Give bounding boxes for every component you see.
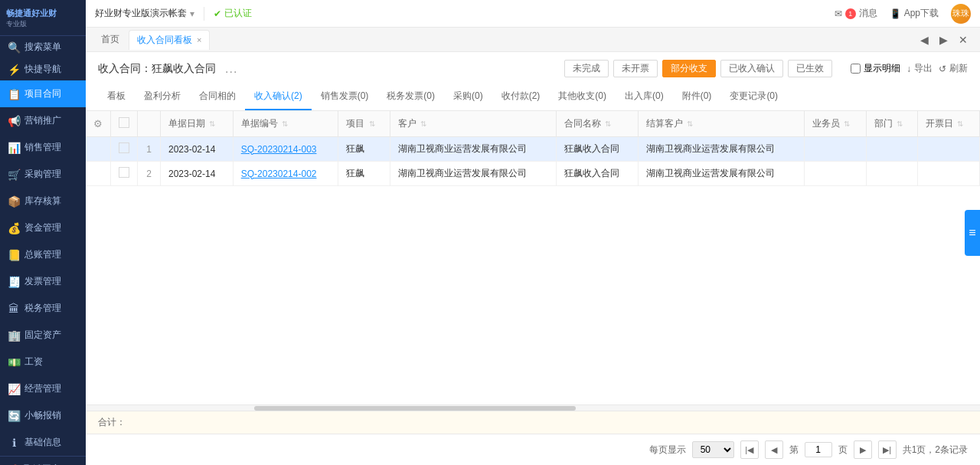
page-title: 收入合同：狂飙收入合同 xyxy=(98,62,216,76)
tab-prev-button[interactable]: ◀ xyxy=(917,34,932,46)
sidebar-item-label: 经营管理 xyxy=(24,382,61,395)
sidebar-item-ledger[interactable]: 📒 总账管理 xyxy=(0,241,86,268)
last-page-button[interactable]: ▶| xyxy=(878,440,897,459)
next-page-button[interactable]: ▶ xyxy=(854,440,872,459)
sidebar-item-tax[interactable]: 🏛 税务管理 xyxy=(0,295,86,322)
export-button[interactable]: ↓ 导出 xyxy=(906,62,933,75)
sidebar-item-sales[interactable]: 📊 销售管理 xyxy=(0,134,86,161)
col-check[interactable] xyxy=(111,111,138,137)
table-row[interactable]: 2 2023-02-14 SQ-20230214-002 狂飙 湖南卫视商业运营… xyxy=(86,162,980,186)
more-button[interactable]: ... xyxy=(225,62,237,76)
show-detail-input[interactable] xyxy=(851,64,861,74)
tab-change-records[interactable]: 变更记录(0) xyxy=(720,84,787,110)
tab-income-contract[interactable]: 收入合同看板 × xyxy=(129,30,210,50)
sidebar-unpin-button[interactable]: 📌 取消固定 xyxy=(0,456,86,465)
page-input[interactable] xyxy=(805,442,832,457)
user-avatar[interactable]: 珠珠 xyxy=(951,4,971,24)
tab-income-confirm[interactable]: 收入确认(2) xyxy=(245,84,312,110)
export-label: 导出 xyxy=(914,62,933,75)
cell-check[interactable] xyxy=(111,162,138,186)
col-department[interactable]: 部门 ⇅ xyxy=(866,111,917,137)
sidebar-item-marketing[interactable]: 📢 营销推广 xyxy=(0,107,86,134)
message-button[interactable]: ✉ 1 消息 xyxy=(835,7,877,20)
management-icon: 📈 xyxy=(8,383,20,395)
status-active[interactable]: 已生效 xyxy=(788,60,832,77)
refresh-label: 刷新 xyxy=(949,62,968,75)
cell-check[interactable] xyxy=(111,137,138,162)
tab-close-all-button[interactable]: ✕ xyxy=(956,34,971,46)
sidebar-item-assets[interactable]: 🏢 固定资产 xyxy=(0,322,86,349)
sidebar-item-inventory[interactable]: 📦 库存核算 xyxy=(0,188,86,214)
tab-profit-analysis[interactable]: 盈利分析 xyxy=(135,84,190,110)
refresh-button[interactable]: ↺ 刷新 xyxy=(939,62,968,75)
app-download-button[interactable]: 📱 App下载 xyxy=(890,7,939,20)
horizontal-scrollbar[interactable] xyxy=(86,404,980,411)
col-result-customer[interactable]: 结算客户 ⇅ xyxy=(638,111,804,137)
cell-code[interactable]: SQ-20230214-003 xyxy=(233,137,338,162)
cell-salesman xyxy=(805,162,867,186)
tab-next-button[interactable]: ▶ xyxy=(936,34,951,46)
topbar: 好业财专业版演示帐套 ▾ ✔ 已认证 ✉ 1 消息 📱 App下载 珠珠 xyxy=(86,0,980,28)
status-partial[interactable]: 部分收支 xyxy=(662,60,716,77)
cell-project: 狂飙 xyxy=(338,162,390,186)
app-type: 专业版 xyxy=(6,19,80,29)
side-action-button[interactable]: ≡ xyxy=(965,210,980,256)
company-selector[interactable]: 好业财专业版演示帐套 ▾ xyxy=(95,7,194,20)
sidebar-item-funds[interactable]: 💰 资金管理 xyxy=(0,214,86,241)
sidebar-item-management[interactable]: 📈 经营管理 xyxy=(0,375,86,402)
status-confirmed[interactable]: 已收入确认 xyxy=(720,60,783,77)
sidebar-item-purchase[interactable]: 🛒 采购管理 xyxy=(0,161,86,188)
tab-purchase[interactable]: 采购(0) xyxy=(444,84,492,110)
first-page-button[interactable]: |◀ xyxy=(740,440,759,459)
status-incomplete[interactable]: 未完成 xyxy=(564,60,609,77)
tab-contract-related[interactable]: 合同相的 xyxy=(190,84,245,110)
cell-code[interactable]: SQ-20230214-002 xyxy=(233,162,338,186)
row-checkbox[interactable] xyxy=(119,142,129,153)
sidebar-item-project-contract[interactable]: 📋 项目合同 xyxy=(0,80,86,107)
show-detail-checkbox[interactable]: 显示明细 xyxy=(851,62,900,75)
prev-page-button[interactable]: ◀ xyxy=(765,440,783,459)
total-label: 合计： xyxy=(98,416,126,429)
col-salesman[interactable]: 业务员 ⇅ xyxy=(805,111,867,137)
code-link[interactable]: SQ-20230214-002 xyxy=(241,169,317,179)
sidebar-item-salary[interactable]: 💵 工资 xyxy=(0,349,86,375)
settings-gear-icon[interactable]: ⚙ xyxy=(93,118,103,129)
basic-info-icon: ℹ xyxy=(8,437,20,449)
tab-attachments[interactable]: 附件(0) xyxy=(673,84,721,110)
sidebar-item-invoice[interactable]: 🧾 发票管理 xyxy=(0,268,86,295)
tab-home[interactable]: 首页 xyxy=(95,30,126,49)
sidebar-item-label: 小畅报销 xyxy=(24,409,61,422)
sidebar-item-basic-info[interactable]: ℹ 基础信息 xyxy=(0,429,86,456)
tab-close-button[interactable]: × xyxy=(197,35,201,44)
sidebar: 畅捷通好业财 专业版 🔍 搜索菜单 ⚡ 快捷导航 📋 项目合同 📢 营销推广 📊… xyxy=(0,0,86,465)
sidebar-item-quicknav[interactable]: ⚡ 快捷导航 xyxy=(0,58,86,80)
sort-code-icon: ⇅ xyxy=(282,120,288,128)
status-tags: 未完成 未开票 部分收支 已收入确认 已生效 xyxy=(564,60,832,77)
tab-in-out-warehouse[interactable]: 出入库(0) xyxy=(616,84,673,110)
tab-sales-invoice[interactable]: 销售发票(0) xyxy=(312,84,378,110)
col-open-date[interactable]: 开票日 ⇅ xyxy=(918,111,980,137)
per-page-select[interactable]: 50 20 100 xyxy=(692,441,734,458)
salary-icon: 💵 xyxy=(8,356,20,368)
code-link[interactable]: SQ-20230214-003 xyxy=(241,144,317,155)
scrollbar-thumb[interactable] xyxy=(254,406,576,411)
status-no-invoice[interactable]: 未开票 xyxy=(613,60,658,77)
action-buttons: 显示明细 ↓ 导出 ↺ 刷新 xyxy=(851,62,968,75)
sidebar-item-expense[interactable]: 🔄 小畅报销 xyxy=(0,402,86,429)
table-row[interactable]: 1 2023-02-14 SQ-20230214-003 狂飙 湖南卫视商业运营… xyxy=(86,137,980,162)
col-customer[interactable]: 客户 ⇅ xyxy=(390,111,556,137)
col-date[interactable]: 单据日期 ⇅ xyxy=(161,111,234,137)
sidebar-item-search[interactable]: 🔍 搜索菜单 xyxy=(0,36,86,58)
tab-other-income[interactable]: 其他收支(0) xyxy=(549,84,616,110)
col-code[interactable]: 单据编号 ⇅ xyxy=(233,111,338,137)
col-project[interactable]: 项目 ⇅ xyxy=(338,111,390,137)
sidebar-item-label: 税务管理 xyxy=(24,302,61,315)
tab-kanban[interactable]: 看板 xyxy=(98,84,135,110)
select-all-checkbox[interactable] xyxy=(119,117,129,128)
tab-payment[interactable]: 收付款(2) xyxy=(492,84,550,110)
tab-tax-invoice[interactable]: 税务发票(0) xyxy=(377,84,444,110)
col-contract[interactable]: 合同名称 ⇅ xyxy=(556,111,638,137)
certified-badge: ✔ 已认证 xyxy=(214,7,252,20)
row-checkbox[interactable] xyxy=(119,167,129,178)
col-settings[interactable]: ⚙ xyxy=(86,111,111,137)
